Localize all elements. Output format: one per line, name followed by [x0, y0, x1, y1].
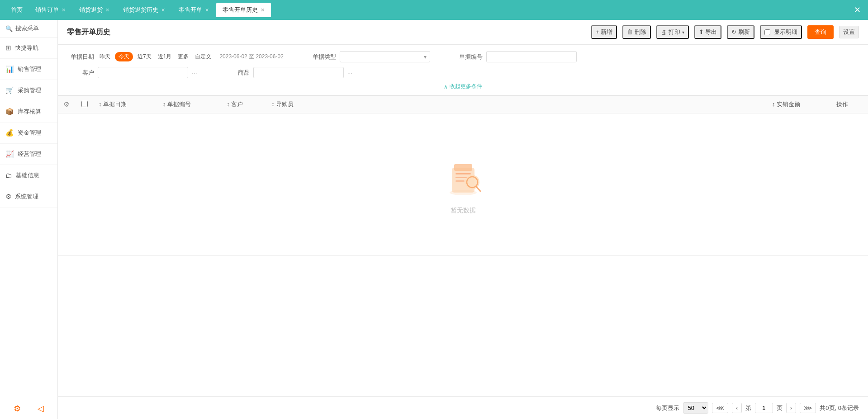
date-options: 昨天 今天 近7天 近1月 更多 自定义	[98, 52, 213, 61]
date-filter-group: 单据日期 昨天 今天 近7天 近1月 更多 自定义 2023-06-02 至 2…	[67, 52, 284, 61]
tab-sales-order[interactable]: 销售订单 ✕	[29, 3, 72, 17]
filter-row-1: 单据日期 昨天 今天 近7天 近1月 更多 自定义 2023-06-02 至 2…	[67, 51, 859, 62]
content-area: 零售开单历史 + 新增 🗑 删除 🖨 打印 ▾ ⬆ 导出 ↻ 刷新 显示明细 查…	[58, 20, 868, 419]
collapse-btn[interactable]: ∧ 收起更多条件	[67, 83, 859, 90]
tab-retail-history[interactable]: 零售开单历史 ✕	[216, 3, 271, 17]
date-range-display: 2023-06-02 至 2023-06-02	[219, 53, 283, 61]
doc-type-select-wrap	[340, 51, 430, 62]
main-layout: 🔍 搜索采单 ⊞ 快捷导航 📊 销售管理 🛒 采购管理 📦 库存核算 💰 资金管…	[0, 20, 868, 419]
svg-line-8	[476, 187, 480, 191]
sidebar-item-finance[interactable]: 💰 资金管理	[0, 122, 57, 144]
sidebar-item-sys-mgmt[interactable]: ⚙ 系统管理	[0, 186, 57, 207]
date-opt-7days[interactable]: 近7天	[136, 52, 153, 61]
table-settings-icon[interactable]: ⚙	[63, 100, 69, 108]
sidebar-bottom: ⚙ ◁	[0, 398, 57, 419]
query-button[interactable]: 查询	[807, 25, 834, 39]
print-icon: 🖨	[661, 29, 667, 36]
inventory-icon: 📦	[5, 108, 14, 116]
col-salesperson: ↕ 导购员	[266, 96, 320, 113]
tab-close-retail-open[interactable]: ✕	[205, 7, 209, 13]
tab-close-sales-order[interactable]: ✕	[62, 7, 66, 13]
sidebar-item-basic-info[interactable]: 🗂 基础信息	[0, 165, 57, 186]
doc-no-filter-group: 单据编号	[455, 51, 577, 62]
date-opt-custom[interactable]: 自定义	[193, 52, 213, 61]
sidebar-search[interactable]: 🔍 搜索采单	[0, 20, 57, 38]
tab-retail-open[interactable]: 零售开单 ✕	[172, 3, 215, 17]
export-button[interactable]: ⬆ 导出	[694, 25, 722, 39]
pagination: 每页显示 50 10 20 100 ⋘ ‹ 第 1 页 › ⋙ 共0页, 0条记…	[58, 396, 868, 419]
sidebar-item-quick-nav[interactable]: ⊞ 快捷导航	[0, 38, 57, 59]
table-header: ⚙ ↕ 单据日期 ↕ 单据编号 ↕ 客户	[58, 96, 868, 113]
empty-state-row: 暂无数据	[58, 113, 868, 256]
basic-info-icon: 🗂	[5, 172, 12, 179]
page-input[interactable]: 1	[755, 403, 773, 413]
last-page-btn[interactable]: ⋙	[800, 403, 816, 413]
settings-bottom-icon[interactable]: ⚙	[14, 404, 21, 414]
print-dropdown-icon[interactable]: ▾	[682, 30, 684, 35]
tab-close-retail-history[interactable]: ✕	[261, 7, 265, 13]
settings-button[interactable]: 设置	[839, 26, 859, 38]
customer-label: 客户	[67, 69, 94, 77]
col-no: ↕ 单据编号	[157, 96, 222, 113]
sys-mgmt-icon: ⚙	[5, 193, 11, 201]
select-all-checkbox[interactable]	[81, 101, 88, 107]
customer-input[interactable]	[98, 67, 188, 78]
col-action-label: 操作	[836, 101, 848, 108]
col-settings: ⚙	[58, 96, 76, 113]
sidebar-item-sales-mgmt[interactable]: 📊 销售管理	[0, 59, 57, 80]
sidebar-item-operations[interactable]: 📈 经营管理	[0, 144, 57, 165]
next-page-btn[interactable]: ›	[786, 403, 796, 413]
goods-input[interactable]	[253, 67, 344, 78]
goods-picker-icon[interactable]: ···	[347, 69, 353, 76]
per-page-select[interactable]: 50 10 20 100	[683, 402, 708, 414]
first-page-btn[interactable]: ⋘	[712, 403, 728, 413]
sidebar-item-purchase-mgmt[interactable]: 🛒 采购管理	[0, 80, 57, 101]
delete-button[interactable]: 🗑 删除	[622, 25, 651, 39]
col-spacer	[320, 96, 767, 113]
page-label: 第	[745, 404, 751, 412]
date-opt-yesterday[interactable]: 昨天	[98, 52, 112, 61]
date-opt-today[interactable]: 今天	[115, 52, 133, 61]
tab-bar: 首页 销售订单 ✕ 销货退货 ✕ 销货退货历史 ✕ 零售开单 ✕ 零售开单历史 …	[0, 0, 868, 20]
tab-close-sales-return-history[interactable]: ✕	[161, 7, 165, 13]
tab-close-sales-return[interactable]: ✕	[105, 7, 109, 13]
finance-icon: 💰	[5, 129, 14, 137]
svg-rect-3	[455, 173, 471, 174]
tab-sales-return[interactable]: 销货退货 ✕	[73, 3, 116, 17]
tab-home[interactable]: 首页	[5, 3, 29, 17]
col-action: 操作	[831, 96, 868, 113]
doc-no-input[interactable]	[486, 51, 577, 62]
tab-sales-return-history[interactable]: 销货退货历史 ✕	[117, 3, 171, 17]
per-page-label: 每页显示	[656, 404, 679, 412]
display-detail-button[interactable]: 显示明细	[760, 25, 802, 39]
page-suffix: 页	[777, 404, 783, 412]
sidebar: 🔍 搜索采单 ⊞ 快捷导航 📊 销售管理 🛒 采购管理 📦 库存核算 💰 资金管…	[0, 20, 58, 419]
data-table: ⚙ ↕ 单据日期 ↕ 单据编号 ↕ 客户	[58, 95, 868, 256]
window-close-icon[interactable]: ✕	[851, 5, 863, 15]
quick-nav-icon: ⊞	[5, 44, 11, 52]
doc-type-select[interactable]	[340, 51, 430, 62]
display-detail-checkbox[interactable]	[764, 29, 770, 35]
prev-page-btn[interactable]: ‹	[732, 403, 742, 413]
filter-row-2: 客户 ··· 商品 ···	[67, 67, 859, 78]
table-header-row: ⚙ ↕ 单据日期 ↕ 单据编号 ↕ 客户	[58, 96, 868, 113]
svg-rect-4	[455, 177, 468, 178]
col-customer-label: ↕ 客户	[227, 101, 243, 108]
refresh-button[interactable]: ↻ 刷新	[727, 25, 754, 39]
col-checkbox	[76, 96, 93, 113]
collapse-sidebar-icon[interactable]: ◁	[38, 404, 44, 414]
date-opt-more[interactable]: 更多	[176, 52, 190, 61]
add-button[interactable]: + 新增	[591, 25, 617, 39]
goods-filter-group: 商品 ···	[223, 67, 353, 78]
customer-picker-icon[interactable]: ···	[192, 69, 197, 76]
date-opt-1month[interactable]: 近1月	[156, 52, 174, 61]
purchase-icon: 🛒	[5, 86, 14, 94]
print-button[interactable]: 🖨 打印 ▾	[656, 25, 689, 39]
tab-bar-right: ✕	[851, 5, 863, 15]
empty-illustration	[441, 154, 486, 199]
toolbar: + 新增 🗑 删除 🖨 打印 ▾ ⬆ 导出 ↻ 刷新 显示明细 查询 设置	[591, 25, 859, 39]
page-title: 零售开单历史	[67, 28, 110, 37]
sidebar-item-inventory[interactable]: 📦 库存核算	[0, 101, 57, 122]
empty-state-cell: 暂无数据	[58, 113, 868, 256]
col-salesperson-label: ↕ 导购员	[271, 101, 294, 108]
